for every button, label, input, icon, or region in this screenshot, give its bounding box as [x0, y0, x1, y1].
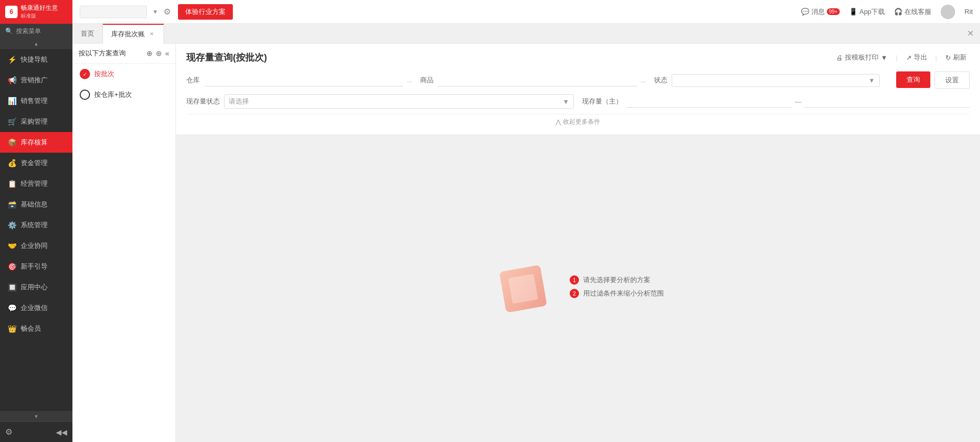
settings-scheme-icon[interactable]: ⊛ — [156, 49, 162, 57]
empty-step-2: 2 用过滤条件来缩小分析范围 — [570, 289, 664, 298]
sidebar-item-collab[interactable]: 🤝 企业协同 — [0, 235, 72, 256]
app-download-label: App下载 — [859, 7, 885, 17]
sidebar-item-app-center[interactable]: 🔲 应用中心 — [0, 277, 72, 298]
sidebar-item-wechat[interactable]: 💬 企业微信 — [0, 298, 72, 318]
sidebar-collapse-icon[interactable]: ◀◀ — [56, 428, 67, 436]
stock-status-select[interactable]: 请选择 ▼ — [224, 94, 574, 109]
stock-qty-from-input[interactable] — [627, 95, 792, 108]
sidebar-item-sales[interactable]: 📊 销售管理 — [0, 91, 72, 111]
tab-close-icon[interactable]: ✕ — [148, 31, 155, 38]
sidebar-scroll-up[interactable]: ▲ — [0, 39, 72, 49]
collapse-bar[interactable]: ⋀ 收起更多条件 — [186, 114, 970, 129]
sidebar-gear-icon[interactable]: ⚙ — [5, 427, 12, 437]
sidebar-item-finance[interactable]: 💰 资金管理 — [0, 153, 72, 173]
operations-icon: 📋 — [7, 179, 17, 188]
query-button[interactable]: 查询 — [896, 71, 930, 88]
print-btn[interactable]: 🖨 按模板打印 ▼ — [833, 51, 890, 64]
product-field-group: 商品 ... — [420, 74, 646, 86]
scheme-active-icon: ✓ — [80, 69, 90, 79]
product-input[interactable] — [438, 74, 637, 86]
search-icon: 🔍 — [5, 27, 13, 35]
filter-panel-actions: ⊕ ⊛ « — [146, 49, 169, 57]
experience-btn[interactable]: 体验行业方案 — [178, 4, 233, 20]
sidebar-scroll-down[interactable]: ▼ — [0, 411, 72, 421]
topbar-gear-icon[interactable]: ⚙ — [164, 7, 171, 17]
sidebar-item-member[interactable]: 👑 畅会员 — [0, 318, 72, 339]
sidebar-item-marketing[interactable]: 📢 营销推广 — [0, 70, 72, 91]
status-chevron-icon: ▼ — [868, 77, 875, 84]
sales-icon: 📊 — [7, 96, 17, 106]
sidebar-item-system[interactable]: ⚙️ 系统管理 — [0, 215, 72, 235]
sidebar-item-inventory[interactable]: 📦 库存核算 — [0, 132, 72, 153]
service-btn[interactable]: 🎧 在线客服 — [894, 7, 931, 17]
export-label: 导出 — [914, 53, 927, 62]
panel-close-icon[interactable]: ✕ — [967, 28, 980, 38]
empty-text-block: 1 请先选择要分析的方案 2 用过滤条件来缩小分析范围 — [570, 275, 664, 302]
sidebar-item-label: 系统管理 — [21, 220, 48, 230]
main-area: ▼ ⚙ 体验行业方案 💬 消息 99+ 📱 App下载 🎧 在线客服 Rit 首… — [72, 0, 980, 442]
sidebar-item-operations[interactable]: 📋 经营管理 — [0, 173, 72, 194]
tab-home[interactable]: 首页 — [72, 24, 103, 43]
sidebar-nav: ⚡ 快捷导航 📢 营销推广 📊 销售管理 🛒 采购管理 📦 库存核算 💰 资金管… — [0, 49, 72, 411]
page-title: 现存量查询(按批次) — [186, 51, 267, 64]
scheme-by-warehouse-batch[interactable]: 按仓库+批次 — [72, 84, 175, 105]
query-title-row: 现存量查询(按批次) 🖨 按模板打印 ▼ | ↗ 导出 | — [186, 51, 970, 64]
sidebar-item-label: 企业协同 — [21, 241, 48, 251]
sidebar-header: 6 畅康通好生意 标准版 — [0, 0, 72, 24]
wechat-icon: 💬 — [7, 303, 17, 313]
avatar[interactable] — [941, 5, 955, 19]
app-download-btn[interactable]: 📱 App下载 — [849, 7, 885, 17]
sidebar-item-quick-nav[interactable]: ⚡ 快捷导航 — [0, 49, 72, 70]
stock-qty-label: 现存量（主） — [582, 97, 622, 106]
service-label: 在线客服 — [904, 7, 931, 17]
messages-badge: 99+ — [827, 8, 840, 15]
quick-nav-icon: ⚡ — [7, 55, 17, 64]
sidebar: 6 畅康通好生意 标准版 🔍 搜索菜单 ▲ ⚡ 快捷导航 📢 营销推广 📊 销售… — [0, 0, 72, 442]
message-icon: 💬 — [801, 8, 809, 16]
collapse-label: 收起更多条件 — [563, 117, 600, 126]
stock-status-chevron-icon: ▼ — [562, 98, 569, 106]
stock-status-label: 现存量状态 — [186, 97, 220, 106]
newbie-icon: 🎯 — [7, 262, 17, 271]
settings-button[interactable]: 设置 — [934, 71, 970, 89]
warehouse-input[interactable] — [204, 74, 403, 86]
warehouse-label: 仓库 — [186, 76, 200, 85]
messages-label: 消息 — [811, 7, 825, 17]
sidebar-item-purchase[interactable]: 🛒 采购管理 — [0, 111, 72, 132]
filter-row-1: 仓库 ... 商品 ... 状态 ▼ — [186, 71, 970, 89]
stock-qty-field-group: 现存量（主） — — [582, 95, 970, 108]
status-select[interactable]: ▼ — [672, 74, 880, 87]
sidebar-item-label: 资金管理 — [21, 158, 48, 168]
export-btn[interactable]: ↗ 导出 — [903, 51, 930, 64]
filter-panel-header: 按以下方案查询 ⊕ ⊛ « — [72, 43, 175, 64]
sidebar-item-label: 经营管理 — [21, 179, 48, 188]
app-logo: 6 — [5, 6, 18, 18]
scheme-by-batch[interactable]: ✓ 按批次 — [72, 64, 175, 84]
sidebar-search[interactable]: 🔍 搜索菜单 — [0, 24, 72, 39]
refresh-btn[interactable]: ↻ 刷新 — [942, 51, 970, 64]
add-scheme-icon[interactable]: ⊕ — [146, 49, 153, 57]
step-1-text: 请先选择要分析的方案 — [583, 275, 650, 285]
topbar-chevron-icon[interactable]: ▼ — [152, 8, 158, 16]
app-center-icon: 🔲 — [7, 283, 17, 292]
topbar-search-input[interactable] — [80, 6, 147, 18]
filter-panel: 按以下方案查询 ⊕ ⊛ « ✓ 按批次 按仓库+批次 — [72, 43, 176, 442]
scheme-inactive-icon — [80, 90, 90, 100]
refresh-icon: ↻ — [945, 54, 951, 62]
sidebar-item-basic[interactable]: 🗃️ 基础信息 — [0, 194, 72, 215]
phone-icon: 📱 — [849, 8, 857, 16]
toolbar-divider: | — [896, 54, 897, 62]
sidebar-item-label: 库存核算 — [21, 138, 48, 147]
messages-btn[interactable]: 💬 消息 99+ — [801, 7, 840, 17]
scheme-label: 按以下方案查询 — [79, 49, 126, 58]
username: Rit — [964, 8, 973, 16]
warehouse-more[interactable]: ... — [407, 77, 412, 83]
finance-icon: 💰 — [7, 158, 17, 168]
marketing-icon: 📢 — [7, 76, 17, 85]
sidebar-item-newbie[interactable]: 🎯 新手引导 — [0, 256, 72, 277]
stock-qty-to-input[interactable] — [805, 95, 970, 108]
tab-inventory-batch[interactable]: 库存批次账 ✕ — [103, 24, 164, 43]
collapse-panel-icon[interactable]: « — [165, 49, 169, 57]
sidebar-item-label: 采购管理 — [21, 117, 48, 126]
product-more[interactable]: ... — [641, 77, 646, 83]
